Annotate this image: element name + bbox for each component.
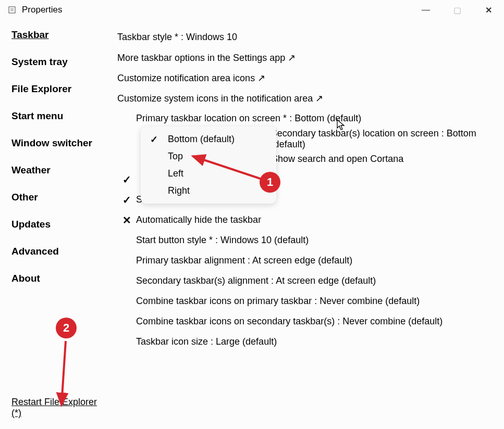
maximize-button[interactable]: ▢: [441, 0, 473, 20]
sidebar-item-advanced[interactable]: Advanced: [11, 246, 107, 257]
setting-row[interactable]: More taskbar options in the Settings app: [117, 47, 504, 68]
sidebar-item-other[interactable]: Other: [11, 192, 107, 203]
setting-link: Customize notification area icons: [117, 72, 265, 84]
sidebar-item-about[interactable]: About: [11, 273, 107, 284]
dropdown-label: Left: [168, 168, 183, 179]
annotation-badge-2: 2: [56, 318, 77, 338]
restart-file-explorer-link[interactable]: Restart File Explorer (*): [11, 397, 107, 419]
sidebar-item-updates[interactable]: Updates: [11, 219, 107, 230]
sidebar-item-weather[interactable]: Weather: [11, 165, 107, 176]
setting-row[interactable]: Customize system icons in the notificati…: [117, 88, 504, 108]
sidebar-item-window-switcher[interactable]: Window switcher: [11, 137, 107, 149]
check-icon: ✓: [117, 173, 136, 186]
titlebar: Properties — ▢ ✕: [0, 0, 504, 20]
setting-row[interactable]: Start button style * : Windows 10 (defau…: [117, 230, 504, 250]
setting-text: Primary taskbar alignment : At screen ed…: [136, 255, 352, 266]
setting-text: Start button style * : Windows 10 (defau…: [136, 235, 309, 246]
setting-text: Secondary taskbar(s) alignment : At scre…: [136, 275, 376, 286]
dropdown-item-right[interactable]: Right: [141, 182, 276, 199]
setting-row[interactable]: Customize notification area icons: [117, 68, 504, 88]
window-title: Properties: [22, 5, 62, 15]
svg-rect-0: [9, 7, 15, 13]
setting-row[interactable]: Combine taskbar icons on secondary taskb…: [117, 311, 504, 332]
setting-text: Primary taskbar location on screen * : B…: [136, 113, 361, 124]
dropdown-item-top[interactable]: Top: [141, 148, 276, 165]
properties-icon: [7, 5, 17, 15]
dropdown-label: Right: [168, 185, 190, 196]
setting-row[interactable]: Primary taskbar location on screen * : B…: [117, 108, 504, 129]
setting-text: Automatically hide the taskbar: [136, 215, 261, 225]
setting-row[interactable]: ✕Automatically hide the taskbar: [117, 210, 504, 230]
setting-text: Combine taskbar icons on primary taskbar…: [136, 296, 420, 307]
dropdown-item-left[interactable]: Left: [141, 165, 276, 182]
setting-row[interactable]: Taskbar style * : Windows 10: [117, 27, 504, 47]
x-icon: ✕: [117, 214, 136, 226]
setting-text: Taskbar icon size : Large (default): [136, 336, 277, 347]
setting-row[interactable]: Primary taskbar alignment : At screen ed…: [117, 250, 504, 271]
sidebar-item-taskbar[interactable]: Taskbar: [11, 29, 107, 41]
setting-row[interactable]: Secondary taskbar(s) alignment : At scre…: [117, 271, 504, 291]
setting-text: Taskbar style * : Windows 10: [117, 32, 237, 43]
setting-link: Customize system icons in the notificati…: [117, 93, 323, 104]
setting-row[interactable]: Combine taskbar icons on primary taskbar…: [117, 291, 504, 311]
main-panel: Taskbar style * : Windows 10 More taskba…: [107, 20, 504, 429]
sidebar-item-file-explorer[interactable]: File Explorer: [11, 83, 107, 95]
dropdown-item-bottom[interactable]: ✓ Bottom (default): [141, 131, 276, 148]
check-icon: ✓: [117, 194, 136, 206]
window-controls: — ▢ ✕: [410, 0, 504, 20]
setting-text: Combine taskbar icons on secondary taskb…: [136, 316, 442, 327]
close-button[interactable]: ✕: [473, 0, 504, 20]
setting-row[interactable]: Taskbar icon size : Large (default): [117, 332, 504, 352]
location-dropdown: ✓ Bottom (default) Top Left Right: [141, 127, 276, 204]
cursor-icon: [336, 119, 347, 134]
minimize-button[interactable]: —: [410, 0, 441, 20]
setting-link: More taskbar options in the Settings app: [117, 52, 296, 64]
check-icon: ✓: [150, 134, 158, 145]
dropdown-label: Top: [168, 151, 183, 162]
sidebar-item-start-menu[interactable]: Start menu: [11, 110, 107, 122]
dropdown-label: Bottom (default): [168, 134, 235, 145]
sidebar-item-system-tray[interactable]: System tray: [11, 56, 107, 68]
annotation-badge-1: 1: [260, 172, 280, 193]
sidebar: Taskbar System tray File Explorer Start …: [0, 20, 107, 429]
